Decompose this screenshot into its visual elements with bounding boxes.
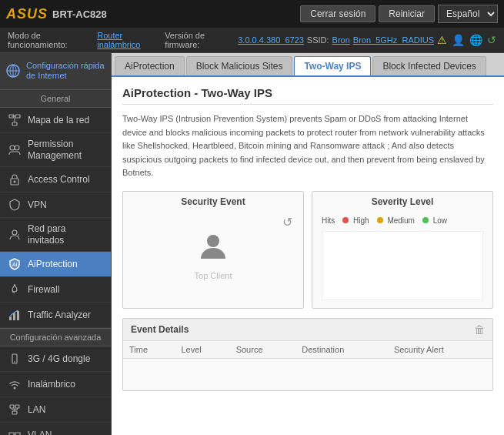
event-details-header: Event Details 🗑 — [123, 319, 492, 341]
ssid-bron-link[interactable]: Bron — [332, 35, 350, 45]
sidebar-item-access-control[interactable]: Access Control — [0, 167, 111, 192]
sidebar-item-3g4g[interactable]: 3G / 4G dongle — [0, 346, 111, 372]
sidebar-item-label-vpn: VPN — [28, 199, 47, 210]
sidebar-general-header: General — [0, 89, 111, 108]
firewall-icon — [8, 283, 22, 296]
sidebar-item-label-traffic-analyzer: Traffic Analyzer — [28, 310, 91, 320]
sidebar-item-label-wireless: Inalámbrico — [28, 379, 75, 390]
event-table: Time Level Source Destination Security A… — [123, 341, 492, 390]
sidebar-item-firewall[interactable]: Firewall — [0, 277, 111, 303]
sidebar-item-guest-network[interactable]: Red para invitados — [0, 218, 111, 252]
sidebar-item-wireless[interactable]: Inalámbrico — [0, 372, 111, 397]
sidebar-item-permission-management[interactable]: Permission Management — [0, 133, 111, 167]
ssid-bron5-link[interactable]: Bron_5GHz_RADIUS — [353, 35, 434, 45]
guest-network-icon — [8, 228, 22, 242]
event-details-title: Event Details — [131, 324, 189, 335]
col-destination: Destination — [295, 341, 388, 359]
svg-rect-23 — [15, 405, 19, 408]
person-icon — [198, 231, 229, 268]
svg-point-10 — [15, 146, 19, 150]
sidebar-item-label-3g4g: 3G / 4G dongle — [28, 353, 90, 364]
sidebar-item-label-quick-internet: Configuración rápida de Internet — [26, 61, 105, 81]
language-select[interactable]: Español — [438, 5, 498, 23]
vpn-icon — [8, 198, 22, 212]
sidebar-item-traffic-analyzer[interactable]: Traffic Analyzer — [0, 303, 111, 328]
mode-value-link[interactable]: Router inalámbrico — [97, 31, 162, 49]
svg-point-21 — [14, 386, 16, 389]
svg-rect-24 — [12, 411, 17, 414]
wireless-icon — [8, 377, 22, 391]
logo-area: ASUS BRT-AC828 — [6, 6, 107, 22]
quick-internet-icon — [6, 64, 20, 78]
security-event-chart: Security Event ↺ Top Client — [122, 191, 304, 309]
svg-point-13 — [12, 230, 17, 235]
refresh-header-icon[interactable]: ↺ — [487, 34, 496, 46]
aiprotection-icon: AI — [8, 257, 22, 271]
low-dot — [422, 217, 429, 223]
network-icon: 🌐 — [469, 34, 482, 46]
sidebar-item-label-firewall: Firewall — [28, 284, 59, 295]
mode-label: Modo de funcionamiento: — [8, 31, 94, 49]
sidebar-item-lan[interactable]: LAN — [0, 397, 111, 423]
sidebar-item-label-network-map: Mapa de la red — [28, 115, 89, 125]
sidebar-item-vpn[interactable]: VPN — [0, 192, 111, 218]
user-icon: 👤 — [452, 34, 465, 46]
trash-icon[interactable]: 🗑 — [474, 323, 485, 336]
top-client-label: Top Client — [195, 271, 232, 280]
charts-row: Security Event ↺ Top Client — [122, 191, 493, 309]
sidebar-item-vlan[interactable]: VLAN — [0, 423, 111, 435]
sidebar-item-label-guest-network: Red para invitados — [28, 223, 103, 246]
sidebar-item-network-map[interactable]: Mapa de la red — [0, 108, 111, 133]
lan-icon — [8, 403, 22, 417]
severity-level-chart: Severity Level Hits High Medium — [312, 191, 493, 309]
sidebar-item-label-aiprotection: AiProtection — [28, 259, 78, 269]
severity-chart-area — [322, 231, 483, 300]
severity-level-title: Severity Level — [319, 196, 486, 207]
svg-rect-18 — [17, 311, 19, 320]
tab-block-infected[interactable]: Block Infected Devices — [372, 56, 486, 75]
svg-rect-17 — [13, 313, 15, 320]
sidebar: Configuración rápida de Internet General… — [0, 53, 112, 435]
ssid-label: SSID: — [307, 35, 329, 45]
network-map-icon — [8, 113, 22, 127]
svg-rect-6 — [12, 122, 17, 125]
refresh-security-icon[interactable]: ↺ — [282, 215, 292, 229]
svg-rect-22 — [10, 405, 14, 408]
low-label: Low — [433, 216, 447, 225]
tab-aiprotection[interactable]: AiProtection — [115, 56, 185, 75]
col-security-alert: Security Alert — [388, 341, 492, 359]
firmware-value-link[interactable]: 3.0.0.4.380_6723 — [238, 35, 304, 45]
info-bar: Modo de funcionamiento: Router inalámbri… — [0, 28, 504, 53]
col-time: Time — [123, 341, 175, 359]
high-legend: High — [342, 216, 369, 225]
restart-button[interactable]: Reiniciar — [379, 5, 435, 22]
status-icons: ⚠ 👤 🌐 ↺ — [437, 34, 496, 46]
svg-rect-5 — [15, 115, 20, 118]
svg-rect-16 — [9, 316, 12, 320]
asus-logo: ASUS — [6, 6, 48, 22]
header: ASUS BRT-AC828 Cerrar sesión Reiniciar E… — [0, 0, 504, 28]
sidebar-item-aiprotection[interactable]: AI AiProtection — [0, 252, 111, 277]
security-event-content: ↺ Top Client — [129, 213, 297, 298]
vlan-icon — [8, 428, 22, 435]
3g4g-icon — [8, 352, 22, 366]
event-details-panel: Event Details 🗑 Time Level Source Destin… — [122, 318, 493, 391]
severity-content: Hits High Medium Low — [319, 213, 486, 303]
sidebar-item-quick-internet[interactable]: Configuración rápida de Internet — [0, 53, 111, 89]
svg-point-9 — [10, 146, 15, 150]
legend-row: Hits High Medium Low — [322, 216, 447, 225]
medium-legend: Medium — [377, 216, 415, 225]
security-event-title: Security Event — [129, 196, 297, 207]
tab-two-way-ips[interactable]: Two-Way IPS — [294, 56, 371, 75]
close-session-button[interactable]: Cerrar sesión — [300, 5, 375, 22]
firmware-label: Versión de firmware: — [165, 31, 235, 49]
tab-bar: AiProtection Block Malicious Sites Two-W… — [112, 53, 504, 77]
permission-icon — [8, 143, 22, 157]
main-layout: Configuración rápida de Internet General… — [0, 53, 504, 435]
high-label: High — [353, 216, 369, 225]
access-control-icon — [8, 172, 22, 186]
empty-state — [123, 358, 492, 390]
description-text: Two-Way IPS (Intrusion Prevention System… — [122, 112, 493, 180]
medium-label: Medium — [387, 216, 415, 225]
tab-block-malicious[interactable]: Block Malicious Sites — [186, 56, 293, 75]
